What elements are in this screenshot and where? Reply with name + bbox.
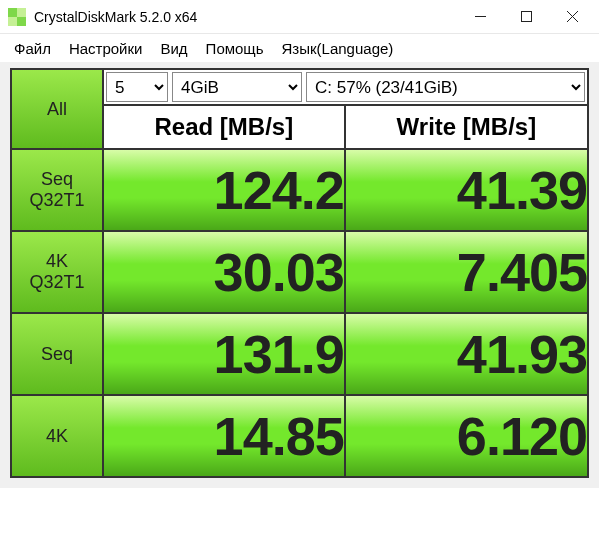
seq-button[interactable]: Seq [11,313,103,395]
4k-read: 14.85 [103,395,345,477]
menubar: Файл Настройки Вид Помощь Язык(Language) [0,34,599,62]
controls-row: 5 4GiB C: 57% (23/41GiB) [104,70,587,104]
all-button-label: All [12,99,102,120]
menu-file[interactable]: Файл [6,38,59,59]
4k-q32t1-read: 30.03 [103,231,345,313]
count-select[interactable]: 5 [106,72,168,102]
maximize-button[interactable] [503,2,549,32]
seq-q32t1-write: 41.39 [345,149,588,231]
content-area: All 5 4GiB C: 57% (23/41GiB) Read [MB/s]… [0,62,599,488]
4k-button[interactable]: 4K [11,395,103,477]
4k-write: 6.120 [345,395,588,477]
4k-q32t1-button[interactable]: 4KQ32T1 [11,231,103,313]
svg-rect-1 [521,12,531,22]
seq-write: 41.93 [345,313,588,395]
menu-help[interactable]: Помощь [198,38,272,59]
read-header: Read [MB/s] [103,105,345,149]
seq-q32t1-read: 124.2 [103,149,345,231]
write-header: Write [MB/s] [345,105,588,149]
menu-settings[interactable]: Настройки [61,38,151,59]
4k-q32t1-write: 7.405 [345,231,588,313]
app-icon [8,8,26,26]
benchmark-table: All 5 4GiB C: 57% (23/41GiB) Read [MB/s]… [10,68,589,478]
titlebar: CrystalDiskMark 5.2.0 x64 [0,0,599,34]
minimize-button[interactable] [457,2,503,32]
close-button[interactable] [549,2,595,32]
menu-view[interactable]: Вид [152,38,195,59]
all-button[interactable]: All [11,69,103,149]
menu-language[interactable]: Язык(Language) [274,38,402,59]
size-select[interactable]: 4GiB [172,72,302,102]
seq-q32t1-button[interactable]: SeqQ32T1 [11,149,103,231]
seq-read: 131.9 [103,313,345,395]
window-title: CrystalDiskMark 5.2.0 x64 [34,9,457,25]
drive-select[interactable]: C: 57% (23/41GiB) [306,72,585,102]
